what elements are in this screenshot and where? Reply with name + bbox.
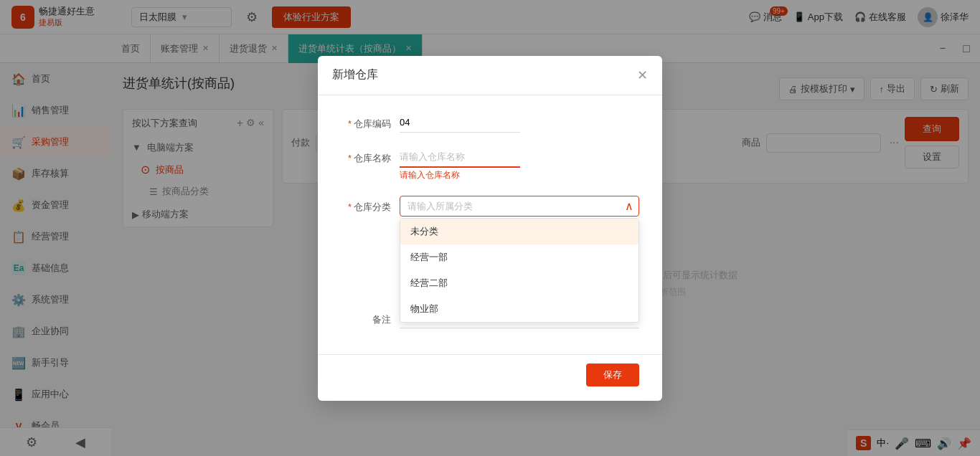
- form-row-category: 仓库分类 ∧ 未分类 经营一部 经营二部 物业部: [341, 196, 639, 217]
- category-option-dept2[interactable]: 经营二部: [400, 270, 639, 296]
- category-label: 仓库分类: [341, 196, 391, 214]
- category-dropdown: 未分类 经营一部 经营二部 物业部: [400, 218, 639, 323]
- category-option-property[interactable]: 物业部: [400, 296, 639, 322]
- category-option-unclassified[interactable]: 未分类: [400, 219, 639, 244]
- warehouse-code-input[interactable]: [400, 113, 520, 133]
- category-input-wrap: ∧ 未分类 经营一部 经营二部 物业部: [400, 196, 639, 217]
- form-row-name: 仓库名称 请输入仓库名称: [341, 147, 639, 181]
- modal-footer: 保存: [318, 354, 662, 401]
- modal-close-button[interactable]: ✕: [637, 67, 648, 83]
- category-option-dept1[interactable]: 经营一部: [400, 244, 639, 270]
- modal-title: 新增仓库: [332, 67, 378, 82]
- modal-overlay: 新增仓库 ✕ 仓库编码 仓库名称 请输入仓库名称 仓库分类: [0, 0, 980, 456]
- name-error-msg: 请输入仓库名称: [400, 169, 639, 181]
- category-chevron-icon[interactable]: ∧: [625, 199, 633, 213]
- warehouse-name-input[interactable]: [400, 147, 520, 168]
- code-label: 仓库编码: [341, 113, 391, 130]
- form-row-code: 仓库编码: [341, 113, 639, 133]
- modal-header: 新增仓库 ✕: [318, 56, 662, 95]
- new-warehouse-modal: 新增仓库 ✕ 仓库编码 仓库名称 请输入仓库名称 仓库分类: [318, 56, 662, 401]
- name-label: 仓库名称: [341, 147, 391, 165]
- remarks-label: 备注: [341, 308, 391, 326]
- modal-body: 仓库编码 仓库名称 请输入仓库名称 仓库分类 ∧: [318, 95, 662, 354]
- save-button[interactable]: 保存: [586, 364, 639, 386]
- category-input[interactable]: [400, 196, 639, 217]
